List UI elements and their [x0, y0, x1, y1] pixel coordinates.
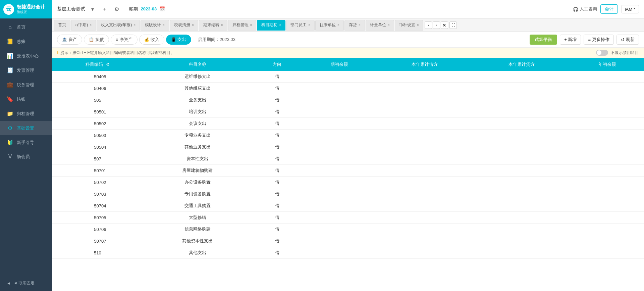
cell-ytd-credit	[473, 71, 571, 83]
sub-tab-asset[interactable]: 🏦资产	[57, 35, 82, 45]
tab-period-end[interactable]: 期末结转×	[199, 20, 227, 31]
sub-tab-net-asset[interactable]: ≡净资产	[111, 35, 138, 45]
sidebar-item-ledger[interactable]: 📒总账	[0, 34, 52, 49]
cell-year-opening	[570, 247, 644, 259]
sidebar-collapse-btn[interactable]: ◄ ◄ 取消固定	[0, 275, 52, 291]
table-row[interactable]: 50405 运维维修支出 借	[52, 71, 644, 83]
sub-tab-income[interactable]: 💰收入	[139, 35, 164, 45]
sidebar-item-report[interactable]: 📊云报表中心	[0, 49, 52, 63]
cell-code: 510	[52, 247, 143, 259]
tab-next-btn[interactable]: ›	[433, 21, 440, 29]
sidebar-item-invoice[interactable]: 🧾发票管理	[0, 63, 52, 78]
table-row[interactable]: 505 业务支出 借	[52, 94, 644, 106]
sidebar-item-guide[interactable]: 🔰新手引导	[0, 135, 52, 150]
more-btn[interactable]: ≡ 更多操作	[584, 35, 614, 45]
sidebar-nav: ⌂首页📒总账📊云报表中心🧾发票管理💼税务管理🔖结账📁归档管理⚙基础设置🔰新手引导…	[0, 18, 52, 275]
tab-close-template[interactable]: ×	[163, 23, 165, 27]
col-settings-icon[interactable]: ⚙	[105, 62, 109, 67]
tab-close-income[interactable]: ×	[133, 23, 136, 27]
refresh-btn[interactable]: ↺ 刷新	[616, 35, 639, 45]
collapse-icon: ◄	[7, 281, 11, 286]
tab-close-inventory[interactable]: ×	[359, 23, 361, 27]
tab-home[interactable]: 首页	[54, 20, 70, 31]
table-row[interactable]: 50503 专项业务支出 借	[52, 130, 644, 141]
table-row[interactable]: 50406 其他维权支出 借	[52, 83, 644, 94]
tab-close-all-btn[interactable]: ✕	[441, 21, 448, 29]
tab-close-tax[interactable]: ×	[192, 23, 194, 27]
company-dropdown-btn[interactable]: ▾	[88, 4, 97, 14]
settings-btn[interactable]: ⚙	[112, 4, 121, 14]
cell-ytd-credit	[473, 118, 571, 130]
tab-template[interactable]: 模版设计×	[141, 20, 169, 31]
table-row[interactable]: 50701 房屋建筑物购建 借	[52, 165, 644, 177]
tab-close-archive[interactable]: ×	[250, 23, 252, 27]
nav-label-report: 云报表中心	[17, 53, 39, 59]
home-icon: ⌂	[7, 24, 13, 30]
sub-tab-label-income: 收入	[151, 37, 159, 43]
tab-close-unit[interactable]: ×	[388, 23, 390, 27]
add-company-btn[interactable]: ＋	[100, 4, 109, 14]
tab-inventory[interactable]: 存货×	[344, 20, 365, 31]
nav-label-ledger: 总账	[17, 39, 25, 45]
cell-ytd-credit	[473, 200, 571, 212]
cell-name: 其他支出	[143, 247, 252, 259]
account-btn[interactable]: 会计	[600, 4, 618, 14]
tab-tax[interactable]: 税表清册×	[170, 20, 198, 31]
table-row[interactable]: 50702 办公设备购置 借	[52, 177, 644, 188]
cell-year-opening	[570, 141, 644, 153]
sidebar-item-archive[interactable]: 📁归档管理	[0, 106, 52, 121]
collapse-label: ◄ 取消固定	[13, 280, 35, 286]
sub-tab-expense[interactable]: 📱支出	[166, 35, 191, 45]
table-row[interactable]: 50707 其他资本性支出 借	[52, 235, 644, 247]
sidebar-item-tax[interactable]: 💼税务管理	[0, 78, 52, 92]
table-header: 科目编码 ⚙科目名称方向期初余额本年累计借方本年累计贷方年初余额	[52, 58, 644, 71]
table-row[interactable]: 507 资本性支出 借	[52, 153, 644, 165]
tab-income[interactable]: 收入支出表(年报)×	[97, 20, 140, 31]
tab-close-customer[interactable]: ×	[337, 23, 339, 27]
tab-close-interim[interactable]: ×	[90, 23, 92, 27]
cell-ytd-debit	[376, 200, 473, 212]
cell-name: 培训支出	[143, 106, 252, 118]
tab-close-period-end[interactable]: ×	[221, 23, 223, 27]
tab-expand-btn[interactable]: ⛶	[449, 21, 457, 29]
iam-badge[interactable]: iAM *	[621, 5, 639, 13]
tab-archive[interactable]: 归档管理×	[228, 20, 257, 31]
calendar-icon[interactable]: 📅	[160, 6, 165, 11]
cell-year-opening	[570, 106, 644, 118]
table-row[interactable]: 50504 其他业务支出 借	[52, 141, 644, 153]
close-icon: 🔖	[7, 96, 13, 102]
disabled-toggle[interactable]	[596, 50, 608, 56]
table-row[interactable]: 50501 培训支出 借	[52, 106, 644, 118]
tab-close-currency[interactable]: ×	[417, 23, 419, 27]
logo-icon: 云	[3, 4, 14, 15]
cell-name: 会议支出	[143, 118, 252, 130]
cell-opening-balance	[302, 212, 376, 224]
sub-tab-liability[interactable]: 📋负债	[84, 35, 109, 45]
table-row[interactable]: 510 其他支出 借	[52, 247, 644, 259]
tab-customer[interactable]: 往来单位×	[315, 20, 344, 31]
table-row[interactable]: 50704 交通工具购置 借	[52, 200, 644, 212]
cell-opening-balance	[302, 235, 376, 247]
add-btn[interactable]: + 新增	[560, 35, 581, 45]
tab-subjects[interactable]: 科目期初×	[257, 20, 285, 31]
tab-interim[interactable]: ε(中期)×	[71, 20, 96, 31]
cell-year-opening	[570, 177, 644, 188]
support-btn[interactable]: 🎧 人工咨询	[573, 6, 597, 12]
sidebar-item-settings[interactable]: ⚙基础设置	[0, 121, 52, 135]
table-row[interactable]: 50706 信息网络购建 借	[52, 224, 644, 235]
sidebar-item-member[interactable]: V畅会员	[0, 150, 52, 164]
tab-dept[interactable]: 部门员工×	[286, 20, 315, 31]
cell-opening-balance	[302, 141, 376, 153]
table-row[interactable]: 50502 会议支出 借	[52, 118, 644, 130]
calc-balance-btn[interactable]: 试算平衡	[530, 35, 557, 45]
sidebar-item-close[interactable]: 🔖结账	[0, 92, 52, 106]
tax-icon: 💼	[7, 82, 13, 88]
tab-prev-btn[interactable]: ‹	[425, 21, 432, 29]
sidebar-item-home[interactable]: ⌂首页	[0, 20, 52, 34]
table-row[interactable]: 50705 大型修缮 借	[52, 212, 644, 224]
tab-currency[interactable]: 币种设置×	[395, 20, 423, 31]
tab-close-dept[interactable]: ×	[308, 23, 310, 27]
tab-unit[interactable]: 计量单位×	[366, 20, 394, 31]
table-row[interactable]: 50703 专用设备购置 借	[52, 188, 644, 200]
tab-close-subjects[interactable]: ×	[279, 23, 281, 27]
